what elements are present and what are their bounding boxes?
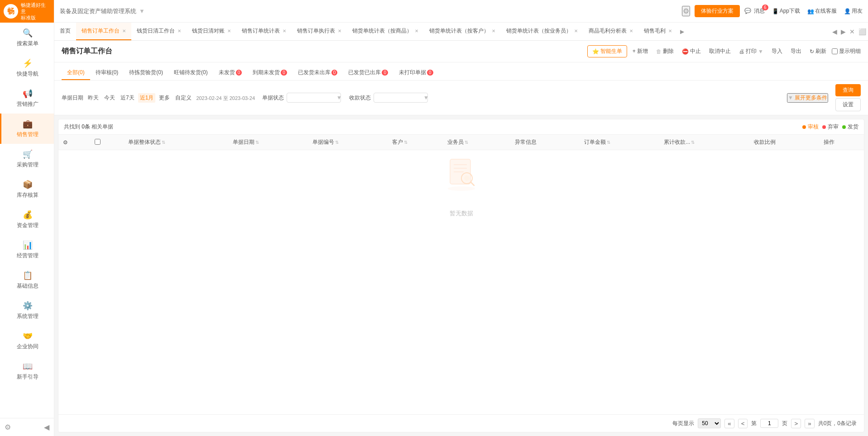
sidebar-item-purchase[interactable]: 🛒采购管理 [0,144,54,174]
record-count: 共找到 0条 相关单据 [64,123,113,131]
cancel-review-btn[interactable]: 弃审 [822,123,839,131]
tab-product-margin[interactable]: 商品毛利分析表✕ [583,23,638,40]
col-header-staff[interactable]: 业务员⇅ [443,135,510,150]
table-scroll[interactable]: ⚙单据整体状态⇅单据日期⇅单据编号⇅客户⇅业务员⇅异常信息订单金额⇅累计收款..… [58,135,864,414]
expand-filter-btn[interactable]: ▼ 展开更多条件 [787,93,828,103]
settings-icon[interactable]: ⚙ [5,423,11,431]
smart-create-btn[interactable]: ⭐ 智能生单 [587,45,627,57]
sidebar-item-cooperation[interactable]: 🤝企业协同 [0,326,54,356]
delete-btn[interactable]: 🗑 删除 [653,46,676,57]
tab-close-sales-summary-staff[interactable]: ✕ [574,28,578,33]
tab-close-sales-exec[interactable]: ✕ [338,28,341,33]
col-header-status[interactable]: 单据整体状态⇅ [124,135,228,150]
tab-close-product-margin[interactable]: ✕ [629,28,633,33]
tab-close-sales-more[interactable]: ✕ [668,28,672,33]
tab-sales-summary-product[interactable]: 销货单统计表（按商品）✕ [347,23,424,40]
sidebar-item-marketing[interactable]: 📢营销推广 [0,83,54,114]
tabs-more-btn[interactable]: ▶ [677,25,687,38]
table-header: ⚙单据整体状态⇅单据日期⇅单据编号⇅客户⇅业务员⇅异常信息订单金额⇅累计收款..… [58,135,864,150]
filter-bar: 单据日期 昨天今天近7天近1月更多自定义 2023-02-24 至 2023-0… [54,81,868,115]
tab-sales-workbench[interactable]: 销售订单工作台✕ [76,23,131,40]
sidebar-item-inventory[interactable]: 📦库存核算 [0,174,54,204]
app-download[interactable]: 📱 App下载 [772,7,800,15]
col-settings-icon[interactable]: ⚙ [63,139,68,146]
sidebar-item-sales[interactable]: 💼销售管理 [0,114,54,144]
sidebar-item-quick-nav[interactable]: ⚡快捷导航 [0,53,54,83]
sub-tab-not-printed[interactable]: 未打印单据0 [393,66,439,80]
payment-select[interactable] [374,93,428,103]
col-header-date[interactable]: 单据日期⇅ [228,135,308,150]
sidebar-item-operations[interactable]: 📊经营管理 [0,235,54,265]
tab-sales-more[interactable]: 销售毛利✕ [638,23,677,40]
import-btn[interactable]: 导入 [769,46,785,57]
export-btn[interactable]: 导出 [788,46,804,57]
col-header-collected[interactable]: 累计收款...⇅ [659,135,749,150]
page-input[interactable] [760,419,778,428]
show-detail-checkbox[interactable]: 显示明细 [832,47,861,55]
tab-close-sales-workbench[interactable]: ✕ [122,28,126,33]
topbar: 装备及固定资产辅助管理系统 ▼ ⚙ 体验行业方案 💬 6 消息 📱 App下载 … [54,0,868,23]
tab-sales-summary-staff[interactable]: 销货单统计表（按业务员）✕ [501,23,583,40]
tab-sales-stats[interactable]: 销售订单统计表✕ [236,23,292,40]
sidebar-item-basic-info[interactable]: 📋基础信息 [0,265,54,295]
date-option-自定义[interactable]: 自定义 [173,93,193,103]
date-option-近1月[interactable]: 近1月 [138,93,156,103]
sidebar-item-guide[interactable]: 📖新手引导 [0,356,54,386]
print-btn[interactable]: 🖨 打印 ▼ [736,46,766,57]
stop-btn[interactable]: ⛔ 中止 [679,46,704,57]
page-size-select[interactable]: 50 20 100 [698,418,721,428]
ship-btn[interactable]: 发货 [842,123,858,131]
tab-close-money-daily[interactable]: ✕ [177,28,181,33]
col-header-number[interactable]: 单据编号⇅ [308,135,388,150]
last-page-btn[interactable]: » [805,419,814,428]
message-icon[interactable]: 💬 6 消息 [744,7,764,15]
date-option-近7天[interactable]: 近7天 [119,93,136,103]
sidebar-item-finance[interactable]: 💰资金管理 [0,204,54,235]
tabs-close-all[interactable]: ✕ [848,24,857,39]
first-page-btn[interactable]: « [724,419,734,428]
sidebar-item-search[interactable]: 🔍搜索菜单 [0,23,54,53]
industry-btn[interactable]: 体验行业方案 [695,5,740,17]
new-btn[interactable]: + 新增 [630,46,651,57]
tab-sales-exec[interactable]: 销售订单执行表✕ [292,23,347,40]
user-info[interactable]: 👤 用友 [844,7,863,15]
sub-tab-wangpu-pending[interactable]: 旺铺待发货(0) [168,66,213,80]
sub-tab-not-shipped[interactable]: 未发货0 [213,66,248,80]
filter-setting-btn[interactable]: 设置 [835,98,861,111]
tab-home[interactable]: 首页 [54,23,76,40]
query-btn[interactable]: 查询 [835,84,861,96]
tabs-scroll-right[interactable]: ▶ [839,24,848,39]
sub-tab-overdue-not-shipped[interactable]: 到期未发货0 [247,66,293,80]
status-select[interactable] [287,93,341,103]
tab-close-sales-summary-customer[interactable]: ✕ [492,28,495,33]
tab-money-daily[interactable]: 钱货日清工作台✕ [131,23,187,40]
sub-tab-shipped-out[interactable]: 已发货已出库0 [343,66,393,80]
col-header-amount[interactable]: 订单金额⇅ [580,135,659,150]
tab-close-money-reconcile[interactable]: ✕ [227,28,231,33]
select-all-checkbox[interactable] [95,139,101,145]
collapse-icon[interactable]: ◀ [44,423,49,431]
sub-tab-pending-inspect[interactable]: 待拣货验货(0) [124,66,168,80]
date-option-今天[interactable]: 今天 [102,93,117,103]
tab-close-sales-stats[interactable]: ✕ [283,28,286,33]
next-page-btn[interactable]: > [791,419,801,428]
review-btn[interactable]: 审核 [802,123,819,131]
prev-page-btn[interactable]: < [738,419,748,428]
tab-sales-summary-customer[interactable]: 销货单统计表（按客户）✕ [424,23,501,40]
tabs-fullscreen[interactable]: ⬜ [857,24,868,39]
tabs-scroll-left[interactable]: ◀ [830,24,839,39]
tab-close-sales-summary-product[interactable]: ✕ [415,28,418,33]
topbar-settings-icon[interactable]: ⚙ [682,6,690,16]
cancel-stop-btn[interactable]: 取消中止 [706,46,734,57]
col-header-customer[interactable]: 客户⇅ [388,135,443,150]
sidebar-item-system[interactable]: ⚙️系统管理 [0,295,54,326]
tab-money-reconcile[interactable]: 钱货日清对账✕ [187,23,236,40]
refresh-btn[interactable]: ↻ 刷新 [807,46,829,57]
online-service[interactable]: 👥 在线客服 [807,7,837,15]
sub-tab-all[interactable]: 全部(0) [62,66,90,80]
date-option-昨天[interactable]: 昨天 [86,93,101,103]
badge-not-printed: 0 [427,70,433,76]
sub-tab-pending-review[interactable]: 待审核(0) [90,66,124,80]
sub-tab-shipped-not-in[interactable]: 已发货未出库0 [293,66,343,80]
date-option-更多[interactable]: 更多 [157,93,172,103]
